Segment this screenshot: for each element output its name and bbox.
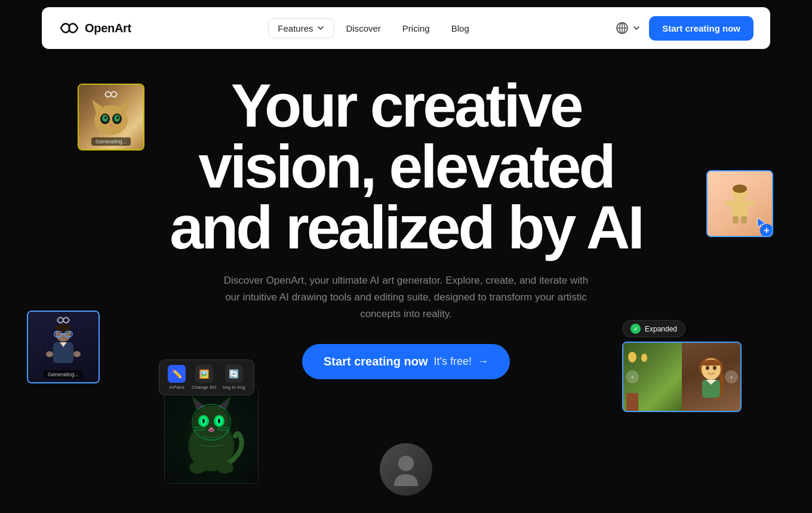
hero-cta-label: Start creating now	[324, 355, 427, 368]
hero-title-line2: vision, elevated	[198, 133, 614, 201]
avatar-person-icon	[391, 453, 421, 486]
svg-rect-20	[741, 216, 747, 223]
float-neon-cat	[164, 385, 259, 484]
svg-point-49	[189, 462, 206, 474]
svg-point-42	[202, 419, 205, 423]
expanded-badge-label: Expanded	[645, 325, 677, 333]
svg-point-6	[94, 105, 128, 135]
generating-label-man: Generating...	[44, 370, 83, 379]
svg-rect-17	[725, 201, 733, 205]
expanded-nav-left[interactable]: ‹	[626, 370, 639, 383]
svg-point-43	[218, 419, 220, 423]
hero-cta-button[interactable]: Start creating now It's free! →	[302, 344, 510, 379]
expanded-nav-right[interactable]: ›	[725, 370, 738, 383]
change-bg-toolbar-btn[interactable]: 🖼️ Change BG	[192, 365, 217, 390]
float-avatar-bottom-center	[380, 443, 432, 496]
start-creating-nav-button[interactable]: Start creating now	[649, 16, 753, 41]
openart-logo-icon	[59, 21, 80, 35]
globe-icon	[616, 21, 629, 35]
svg-point-29	[46, 351, 53, 357]
svg-point-50	[217, 462, 233, 474]
chevron-down-icon	[316, 24, 325, 32]
logo-text: OpenArt	[85, 21, 131, 35]
svg-point-57	[398, 456, 414, 471]
plus-circle-icon: +	[760, 224, 773, 237]
float-toolbar: ✏️ InPaint 🖼️ Change BG 🔄 Img to Img	[159, 360, 254, 395]
discover-nav-button[interactable]: Discover	[337, 19, 390, 38]
svg-point-11	[104, 116, 107, 119]
expanded-badge: ✓ Expanded	[622, 320, 685, 337]
blog-nav-button[interactable]: Blog	[442, 19, 479, 38]
cat-illustration-top	[87, 95, 135, 140]
svg-point-15	[733, 185, 747, 193]
expanded-image: ‹ ›	[622, 342, 742, 412]
svg-point-55	[713, 365, 716, 370]
svg-point-54	[706, 365, 709, 370]
hero-title-line1: Your creative	[231, 72, 582, 140]
svg-rect-16	[732, 201, 748, 217]
girl-illustration	[695, 355, 728, 400]
float-figure-top-right: +	[706, 170, 773, 237]
language-selector[interactable]	[616, 21, 641, 35]
figure-illustration	[719, 183, 761, 225]
hero-title-line3: and realized by AI	[170, 193, 642, 262]
img-to-img-toolbar-btn[interactable]: 🔄 Img to Img	[223, 365, 245, 390]
nav-links: Features Discover Pricing Blog	[268, 19, 478, 38]
hero-cta-free: It's free!	[434, 355, 472, 368]
float-man-generating-bottom-left: Generating...	[27, 311, 100, 383]
neon-cat-illustration	[173, 391, 250, 478]
chevron-down-icon-lang	[632, 24, 641, 32]
pricing-nav-button[interactable]: Pricing	[393, 19, 439, 38]
arrow-icon: →	[478, 355, 488, 368]
features-nav-button[interactable]: Features	[268, 19, 334, 38]
hero-title: Your creative vision, elevated and reali…	[42, 75, 770, 258]
svg-point-12	[116, 116, 119, 119]
nav-right: Start creating now	[616, 16, 753, 41]
float-expanded-panel: ✓ Expanded	[622, 320, 742, 412]
svg-point-30	[73, 351, 81, 357]
float-cat-generating-top-left: Generating...	[78, 84, 144, 150]
hero-subtitle: Discover OpenArt, your ultimate AI art g…	[221, 272, 591, 322]
logo[interactable]: OpenArt	[59, 21, 131, 35]
man-illustration	[42, 323, 84, 371]
svg-rect-19	[733, 216, 739, 223]
navbar: OpenArt Features Discover Pricing Blog	[42, 7, 770, 49]
openart-overlay-icon-top	[103, 90, 119, 99]
inpaint-toolbar-btn[interactable]: ✏️ InPaint	[168, 365, 186, 390]
svg-rect-18	[746, 201, 755, 205]
generating-label-top: Generating...	[91, 137, 131, 146]
openart-overlay-icon-man	[55, 315, 72, 325]
